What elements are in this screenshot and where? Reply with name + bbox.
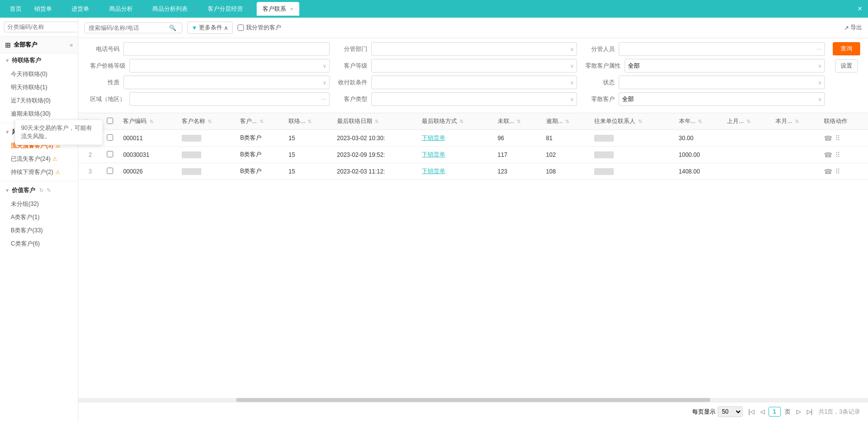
- tab-customer-segment[interactable]: 客户分层经营 ×: [202, 2, 256, 16]
- current-page-num[interactable]: 1: [769, 407, 781, 417]
- sidebar-collapse-icon[interactable]: «: [70, 42, 73, 49]
- sidebar-item-tomorrow-pending[interactable]: 明天待联络(1): [0, 81, 78, 94]
- nature-arrow-icon: ∨: [323, 80, 326, 85]
- retail-customer-value: 全部: [622, 95, 634, 103]
- th-contact-person-sort-icon[interactable]: ⇅: [638, 119, 642, 124]
- filter-search-box[interactable]: 🔍: [84, 23, 182, 33]
- select-all-checkbox[interactable]: [107, 118, 113, 124]
- nature-select[interactable]: ∨: [123, 75, 330, 89]
- row-contact-1: 15: [284, 147, 332, 163]
- prev-page-icon[interactable]: ◁: [758, 407, 767, 416]
- tab-purchase-close[interactable]: ×: [93, 6, 96, 12]
- row-last-method-2[interactable]: 下销货单: [417, 163, 493, 180]
- price-level-select[interactable]: ∨: [129, 59, 330, 73]
- row-last-method-1[interactable]: 下销货单: [417, 147, 493, 163]
- dept-select[interactable]: ∨: [371, 42, 578, 56]
- sidebar-item-overdue-pending[interactable]: 逾期未联络(30): [0, 107, 78, 121]
- row-checkbox-2[interactable]: [107, 168, 113, 174]
- tab-analysis[interactable]: 商品分析 ×: [103, 2, 145, 16]
- next-page-icon[interactable]: ▷: [795, 407, 803, 416]
- filter-more-button[interactable]: ▼ 更多条件 ∧: [187, 22, 233, 34]
- customer-type-select[interactable]: ∨: [371, 92, 578, 106]
- scrollbar-thumb[interactable]: [236, 398, 710, 402]
- th-code-sort-icon[interactable]: ⇅: [149, 119, 153, 124]
- sidebar-item-ungrouped[interactable]: 未分组(32): [0, 198, 78, 211]
- th-overdue-sort-icon[interactable]: ⇅: [565, 119, 569, 124]
- row-cp-blurred-0: [594, 135, 614, 142]
- value-edit-icon[interactable]: ✎: [47, 187, 51, 194]
- th-last-month-sort-icon[interactable]: ⇅: [747, 119, 750, 124]
- sidebar-item-declining[interactable]: 持续下滑客户(2) ⚠: [0, 166, 78, 179]
- sidebar-all-customers[interactable]: ⊞ 全部客户 «: [0, 37, 78, 53]
- tab-sales[interactable]: 销货单 ×: [28, 2, 65, 16]
- action-more-icon-2[interactable]: ⠿: [835, 168, 840, 175]
- action-contact-icon-1[interactable]: ☎: [824, 151, 832, 159]
- sidebar-item-churned[interactable]: 已流失客户(24) ⚠: [0, 152, 78, 166]
- th-no-contact-sort-icon[interactable]: ⇅: [517, 119, 521, 124]
- retail-customer-select[interactable]: 全部 ∨: [619, 92, 825, 106]
- adv-filter-dept: 分管部门 ∨: [334, 42, 582, 56]
- action-contact-icon-0[interactable]: ☎: [824, 134, 832, 142]
- tab-home[interactable]: 首页: [4, 2, 27, 16]
- my-customers-checkbox[interactable]: [238, 25, 244, 31]
- sidebar-item-class-a-label: A类客户(1): [11, 213, 40, 222]
- tab-bar: 首页 销货单 × 进货单 × 商品分析 × 商品分析列表 × 客户分层经营 × …: [0, 0, 868, 18]
- action-more-icon-0[interactable]: ⠿: [835, 134, 840, 142]
- filter-search-input[interactable]: [89, 25, 167, 31]
- row-checkbox-0[interactable]: [107, 134, 113, 141]
- action-contact-icon-2[interactable]: ☎: [824, 168, 832, 175]
- customer-level-select[interactable]: ∨: [371, 59, 578, 73]
- filter-search-icon[interactable]: 🔍: [169, 25, 176, 31]
- sidebar-item-week-pending[interactable]: 近7天待联络(0): [0, 94, 78, 107]
- last-page-icon[interactable]: ▷|: [805, 407, 815, 416]
- tab-customer-contact[interactable]: 客户联系 ×: [257, 2, 299, 16]
- row-contact-person-0: [589, 130, 674, 147]
- manager-select[interactable]: ···: [619, 42, 825, 56]
- export-button[interactable]: ↗ 导出: [844, 24, 862, 32]
- th-this-year-sort-icon[interactable]: ⇅: [698, 119, 702, 124]
- sidebar-search-input[interactable]: [4, 22, 78, 32]
- row-name-2: [177, 163, 235, 180]
- th-type-sort-icon[interactable]: ⇅: [260, 119, 264, 124]
- payment-select[interactable]: ∨: [371, 75, 578, 89]
- sidebar-item-class-b[interactable]: B类客户(33): [0, 224, 78, 237]
- my-customers-label: 我分管的客户: [246, 24, 281, 32]
- retail-attr-select[interactable]: 全部 ∨: [625, 59, 825, 73]
- sidebar-item-today-pending[interactable]: 今天待联络(0): [0, 68, 78, 81]
- horizontal-scrollbar[interactable]: [78, 398, 868, 402]
- tab-customer-segment-close[interactable]: ×: [247, 6, 250, 12]
- tab-analysis-list-close[interactable]: ×: [192, 6, 194, 12]
- status-select[interactable]: ∨: [619, 75, 825, 89]
- region-dots[interactable]: ···: [321, 96, 326, 102]
- th-last-date-sort-icon[interactable]: ⇅: [375, 119, 379, 124]
- th-name-sort-icon[interactable]: ⇅: [208, 119, 212, 124]
- th-last-method-sort-icon[interactable]: ⇅: [459, 119, 463, 124]
- first-page-icon[interactable]: |◁: [747, 407, 756, 416]
- sidebar-item-class-c[interactable]: C类客户(6): [0, 237, 78, 250]
- tab-purchase[interactable]: 进货单 ×: [66, 2, 102, 16]
- region-select[interactable]: ···: [129, 92, 330, 106]
- manager-dots[interactable]: ···: [817, 46, 821, 52]
- query-button[interactable]: 查询: [833, 42, 860, 55]
- sidebar-item-declining-label: 持续下滑客户(2): [11, 168, 53, 176]
- my-customers-checkbox-label[interactable]: 我分管的客户: [238, 24, 281, 32]
- row-no-contact-1: 117: [493, 147, 541, 163]
- action-more-icon-1[interactable]: ⠿: [835, 151, 840, 159]
- tab-analysis-list[interactable]: 商品分析列表 ×: [146, 2, 200, 16]
- sidebar-group-pending-header[interactable]: ▼ 待联络客户: [0, 53, 78, 68]
- row-checkbox-1[interactable]: [107, 151, 113, 157]
- tab-sales-close[interactable]: ×: [56, 6, 59, 12]
- sidebar-group-value-header[interactable]: ▼ 价值客户 ↻ ✎: [0, 183, 78, 198]
- row-last-method-0[interactable]: 下销货单: [417, 130, 493, 147]
- value-refresh-icon[interactable]: ↻: [39, 187, 44, 194]
- per-page-select[interactable]: 50 100: [718, 406, 743, 417]
- sidebar-item-tomorrow-pending-label: 明天待联络(1): [11, 83, 48, 92]
- tab-customer-contact-close[interactable]: ×: [290, 6, 293, 12]
- th-this-month-sort-icon[interactable]: ⇅: [795, 119, 799, 124]
- th-contact-sort-icon[interactable]: ⇅: [308, 119, 312, 124]
- window-close-button[interactable]: ×: [856, 2, 864, 15]
- sidebar-item-class-a[interactable]: A类客户(1): [0, 211, 78, 224]
- filter-settings-button[interactable]: 设置: [835, 59, 858, 73]
- tab-analysis-close[interactable]: ×: [137, 6, 140, 12]
- phone-input[interactable]: [123, 42, 330, 56]
